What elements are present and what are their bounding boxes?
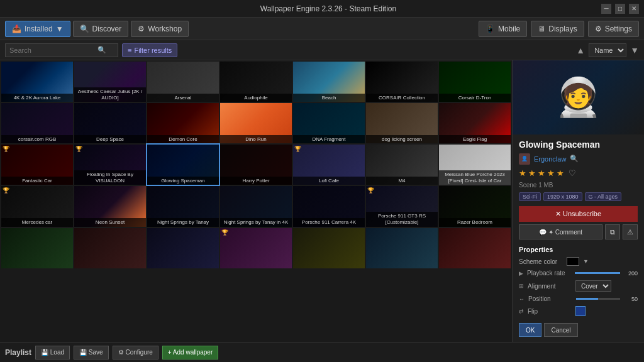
wallpaper-name-label: Audiophile [220,94,292,102]
cancel-button[interactable]: Cancel [544,323,577,337]
wallpaper-name-label: Eagle Flag [439,135,511,144]
wallpaper-item[interactable]: 🏆Fantastic Car [1,145,73,185]
wallpaper-item[interactable]: 🏆Lofi Cafe [293,145,365,185]
wallpaper-item[interactable]: 🏆Porsche 911 GT3 RS [Customizable] [366,186,438,226]
wallpaper-name-label: Meissan Blue Porche 2023 [Fixed] Cred- I… [439,170,511,185]
star-1[interactable]: ★ [519,168,526,178]
wallpaper-item[interactable]: 🏆 [220,228,292,268]
flip-row: ⇄ Flip [513,304,644,318]
star-5[interactable]: ★ [557,168,564,178]
wallpaper-thumbnail: corsair.com RGB [1,103,73,143]
ok-button[interactable]: OK [519,323,541,337]
wallpaper-item[interactable]: Deep Space [74,103,146,143]
wallpaper-grid-area[interactable]: 4K & 2K Aurora LakeAesthetic Caesar Juli… [0,60,512,342]
playlist-label: Playlist [5,348,31,357]
settings-button[interactable]: ⚙ Settings [588,21,639,37]
side-panel: 🧑‍🚀 Glowing Spaceman 👤 Ergonclaw 🔍 ★ ★ ★… [512,60,644,342]
tag-resolution[interactable]: 1920 x 1080 [543,192,582,201]
wallpaper-item[interactable] [366,228,438,268]
tag-age[interactable]: G - All ages [585,192,622,201]
sort-down-button[interactable]: ▼ [630,45,639,55]
wallpaper-name-label: Lofi Cafe [293,177,365,185]
search-icon-button[interactable]: 🔍 [97,46,106,54]
alert-button[interactable]: ⚠ [623,224,638,239]
color-dropdown-button[interactable]: ▼ [583,258,589,265]
author-name[interactable]: Ergonclaw [534,155,566,163]
wallpaper-item[interactable] [147,228,219,268]
wallpaper-item[interactable]: Meissan Blue Porche 2023 [Fixed] Cred- I… [439,145,511,185]
star-3[interactable]: ★ [538,168,545,178]
workshop-nav-button[interactable]: ⚙ Workshop [131,21,189,37]
wallpaper-item[interactable]: Night Springs by Tanay [147,186,219,226]
wallpaper-item[interactable]: Porsche 911 Carrera 4K [293,186,365,226]
wallpaper-item[interactable] [293,228,365,268]
wallpaper-thumbnail: Arsenal [147,62,219,102]
scheme-label: Scheme color [519,258,563,265]
wallpaper-item[interactable]: Eagle Flag [439,103,511,143]
sort-up-button[interactable]: ▲ [576,45,585,55]
wallpaper-item[interactable]: Neon Sunset [74,186,146,226]
search-input[interactable] [9,47,97,54]
unsubscribe-button[interactable]: ✕ Unsubscribe [519,206,638,222]
installed-nav-button[interactable]: 📥 Installed ▼ [5,21,70,37]
close-button[interactable]: ✕ [629,4,639,14]
comment-button[interactable]: 💬 ✦ Comment [519,224,602,239]
playback-slider[interactable] [575,272,620,274]
tag-scifi[interactable]: Sci-Fi [519,192,541,201]
add-wallpaper-button[interactable]: + Add wallpaper [162,346,218,359]
wallpaper-item[interactable]: Corsair D-Tron [439,62,511,102]
wallpaper-item[interactable]: Aesthetic Caesar Julius [2K / AUDIO] [74,62,146,102]
wallpaper-thumbnail: dog licking screen [366,103,438,143]
wallpaper-item[interactable]: 4K & 2K Aurora Lake [1,62,73,102]
minimize-button[interactable]: ─ [601,4,611,14]
flip-checkbox[interactable] [575,306,586,316]
comment-icon: 💬 [539,229,547,236]
wallpaper-name-label: Porsche 911 Carrera 4K [293,218,365,227]
save-button[interactable]: 💾 Save [74,346,109,359]
mobile-button[interactable]: 📱 Mobile [479,21,527,37]
favorite-button[interactable]: ♡ [569,168,576,178]
load-button[interactable]: 💾 Load [35,346,70,359]
star-2[interactable]: ★ [528,168,536,178]
window-controls[interactable]: ─ □ ✕ [601,4,639,14]
playlist-area: Playlist 💾 Load 💾 Save ⚙ Configure + Add… [5,346,218,359]
search-wrapper[interactable]: 🔍 [5,43,118,57]
wallpaper-item[interactable]: M4 [366,145,438,185]
wallpaper-item[interactable] [74,228,146,268]
title-bar: Wallpaper Engine 2.3.26 - Steam Edition … [0,0,644,18]
wallpaper-item[interactable]: Night Springs by Tanay in 4K [220,186,292,226]
wallpaper-item[interactable]: dog licking screen [366,103,438,143]
wallpaper-name-label: Night Springs by Tanay in 4K [220,218,292,227]
wallpaper-thumbnail: 🏆 [220,228,292,268]
wallpaper-item[interactable]: CORSAIR Collection [366,62,438,102]
wallpaper-item[interactable] [1,228,73,268]
star-4[interactable]: ★ [547,168,555,178]
wallpaper-item[interactable] [439,228,511,268]
author-search-button[interactable]: 🔍 [570,155,579,163]
position-slider[interactable] [576,298,620,300]
wallpaper-thumbnail: Glowing Spaceman [147,145,219,185]
discover-nav-button[interactable]: 🔍 Discover [73,21,129,37]
displays-button[interactable]: 🖥 Displays [531,21,584,37]
wallpaper-item[interactable]: Harry Potter [220,145,292,185]
wallpaper-item[interactable]: Razer Bedroom [439,186,511,226]
playback-value: 200 [623,270,638,277]
wallpaper-thumbnail [74,228,146,268]
wallpaper-item[interactable]: Audiophile [220,62,292,102]
color-swatch[interactable] [567,257,579,266]
wallpaper-item[interactable]: Arsenal [147,62,219,102]
wallpaper-item[interactable]: 🏆Mercedes car [1,186,73,226]
maximize-button[interactable]: □ [615,4,625,14]
wallpaper-item[interactable]: Beach [293,62,365,102]
wallpaper-item[interactable]: Dino Run [220,103,292,143]
wallpaper-item[interactable]: 🏆Floating In Space By VISUALDON [74,145,146,185]
wallpaper-item[interactable]: Demon Core [147,103,219,143]
wallpaper-item[interactable]: DNA Fragment [293,103,365,143]
wallpaper-item[interactable]: corsair.com RGB [1,103,73,143]
filter-results-button[interactable]: ≡ Filter results [122,43,177,57]
copy-button[interactable]: ⧉ [605,224,620,239]
sort-select[interactable]: Name [589,43,626,57]
wallpaper-item[interactable]: Glowing Spaceman [147,145,219,185]
alignment-select[interactable]: Cover [575,280,611,292]
configure-button[interactable]: ⚙ Configure [113,346,158,359]
